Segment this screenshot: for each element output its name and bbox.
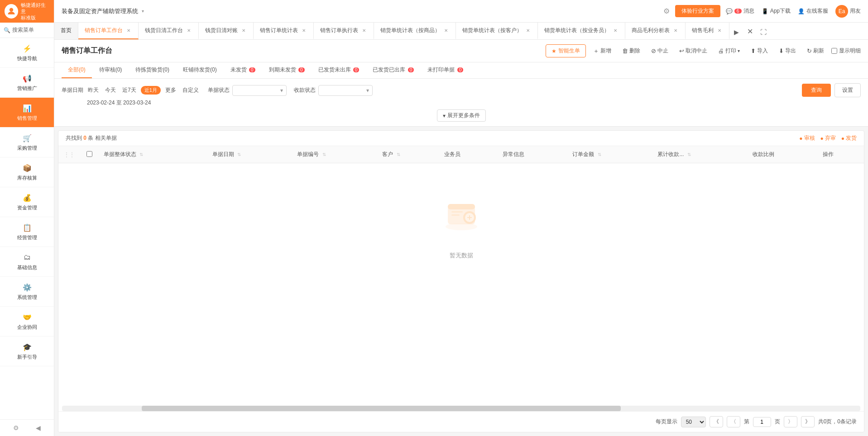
user-item[interactable]: Ea 用友 [835, 5, 861, 18]
subtab-all[interactable]: 全部(0) [62, 62, 92, 78]
page-input[interactable] [753, 417, 771, 427]
tab-more-button[interactable]: ▶ [729, 25, 743, 39]
shipped-out-badge: 0 [408, 67, 414, 72]
horizontal-scrollbar[interactable] [62, 406, 860, 411]
experience-btn[interactable]: 体验行业方案 [675, 5, 720, 17]
subtab-shipped-not-warehouse[interactable]: 已发货未出库 0 [312, 62, 366, 78]
tab-close-icon[interactable]: ✕ [125, 28, 132, 33]
sidebar-item-marketing[interactable]: 📢 营销推广 [0, 68, 54, 98]
select-all-checkbox[interactable] [86, 151, 92, 157]
tab-close-icon[interactable]: ✕ [186, 28, 192, 33]
sidebar-item-sales[interactable]: 📊 销售管理 [0, 98, 54, 128]
sort-icon[interactable]: ⇅ [322, 152, 326, 157]
per-page-select[interactable]: 50 20 100 [681, 417, 706, 427]
topbar-dropdown-icon[interactable]: ▾ [142, 9, 144, 14]
print-dropdown-icon[interactable]: ▾ [738, 48, 740, 53]
online-service-item[interactable]: 👤 在线客服 [798, 7, 828, 15]
sidebar-item-quick-nav[interactable]: ⚡ 快捷导航 [0, 38, 54, 68]
first-page-button[interactable]: 《 [710, 416, 723, 427]
sidebar-item-operation[interactable]: 📋 经营管理 [0, 217, 54, 247]
last-page-button[interactable]: 》 [801, 416, 815, 427]
tab-close-icon[interactable]: ✕ [443, 28, 449, 33]
tab-close-icon[interactable]: ✕ [301, 28, 307, 33]
sort-icon[interactable]: ⇅ [237, 152, 241, 157]
date-btn-7days[interactable]: 近7天 [120, 85, 138, 95]
next-page-button[interactable]: 〉 [784, 416, 797, 427]
tab-sales-stats[interactable]: 销售订单统计表 ✕ [254, 23, 314, 39]
tab-gross-profit[interactable]: 商品毛利分析表 ✕ [625, 23, 686, 39]
sidebar-bottom: ⚙ ◀ [0, 419, 54, 436]
tab-close-icon[interactable]: ✕ [672, 28, 679, 33]
settings-icon[interactable]: ⚙ [13, 424, 19, 431]
sidebar-item-system[interactable]: ⚙️ 系统管理 [0, 277, 54, 307]
date-btn-1month[interactable]: 近1月 [141, 86, 161, 95]
query-button[interactable]: 查询 [802, 84, 831, 97]
date-btn-more[interactable]: 更多 [163, 85, 178, 95]
show-detail-label[interactable]: 显示明细 [831, 47, 861, 55]
refresh-button[interactable]: ↻ 刷新 [803, 45, 828, 57]
tab-maximize-button[interactable]: ⛶ [757, 25, 770, 39]
th-checkbox[interactable] [80, 146, 98, 163]
message-item[interactable]: 💬 6 消息 [726, 7, 754, 15]
tab-close-icon[interactable]: ✕ [716, 28, 723, 33]
sort-icon[interactable]: ⇅ [687, 152, 691, 157]
sort-icon[interactable]: ⇅ [397, 152, 400, 157]
smart-generate-button[interactable]: ★ 智能生单 [546, 44, 586, 57]
subtab-not-shipped[interactable]: 未发货 0 [224, 62, 262, 78]
tab-sales-profit[interactable]: 销售毛利 ✕ [686, 23, 729, 39]
tab-close-all-button[interactable]: ✕ [743, 24, 757, 39]
sidebar-item-enterprise[interactable]: 🤝 企业协同 [0, 307, 54, 336]
print-button[interactable]: 🖨 打印 ▾ [715, 45, 743, 57]
ship-button[interactable]: ● 发货 [841, 134, 857, 142]
sidebar-item-guide[interactable]: 🎓 新手引导 [0, 336, 54, 366]
subtab-not-printed[interactable]: 未打印单据 0 [421, 62, 470, 78]
subtab-wangpu-pending[interactable]: 旺铺待发货(0) [177, 62, 223, 78]
show-detail-checkbox[interactable] [831, 48, 837, 54]
tab-sales-stats-customer[interactable]: 销货单统计表（按客户） ✕ [456, 23, 538, 39]
expand-filter-button[interactable]: ▾ 展开更多条件 [437, 109, 486, 122]
prev-page-button[interactable]: 〈 [727, 416, 740, 427]
tab-sales-stats-salesman[interactable]: 销货单统计表（按业务员） ✕ [538, 23, 625, 39]
status-select[interactable] [232, 85, 287, 96]
scrollbar-thumb[interactable] [142, 406, 621, 411]
tab-sales-exec[interactable]: 销售订单执行表 ✕ [314, 23, 374, 39]
tab-close-icon[interactable]: ✕ [525, 28, 531, 33]
subtab-pending-inspect[interactable]: 待拣货验货(0) [129, 62, 176, 78]
sort-icon[interactable]: ⇅ [598, 152, 601, 157]
subtab-overdue-not-shipped[interactable]: 到期未发货 0 [263, 62, 311, 78]
app-download-item[interactable]: 📱 App下载 [762, 7, 791, 15]
sidebar-item-basic[interactable]: 🗂 基础信息 [0, 247, 54, 277]
tab-close-icon[interactable]: ✕ [612, 28, 619, 33]
add-button[interactable]: ＋ 新增 [590, 45, 615, 57]
export-button[interactable]: ⬇ 导出 [775, 45, 800, 57]
date-btn-today[interactable]: 今天 [103, 85, 118, 95]
cancel-suspend-button[interactable]: ↩ 取消中止 [676, 45, 711, 57]
sidebar-item-inventory[interactable]: 📦 库存核算 [0, 157, 54, 187]
suspend-button[interactable]: ⊘ 中止 [647, 45, 672, 57]
sort-icon[interactable]: ⇅ [139, 152, 143, 157]
collapse-icon[interactable]: ◀ [36, 424, 41, 431]
tab-cash-daily[interactable]: 钱货日清工作台 ✕ [139, 23, 199, 39]
review-button[interactable]: ● 审核 [799, 134, 815, 142]
subtab-pending-review[interactable]: 待审核(0) [93, 62, 129, 78]
import-button[interactable]: ⬆ 导入 [747, 45, 772, 57]
message-badge: 6 [734, 9, 742, 14]
topbar-gear-icon[interactable]: ⚙ [663, 7, 670, 15]
tab-home[interactable]: 首页 [54, 23, 78, 39]
filter-settings-button[interactable]: 设置 [834, 83, 861, 97]
tab-close-icon[interactable]: ✕ [361, 28, 367, 33]
date-btn-custom[interactable]: 自定义 [181, 85, 201, 95]
tab-cash-reconcile[interactable]: 钱货日清对账 ✕ [199, 23, 254, 39]
date-btn-yesterday[interactable]: 昨天 [86, 85, 101, 95]
tab-close-icon[interactable]: ✕ [240, 28, 247, 33]
delete-button[interactable]: 🗑 删除 [619, 45, 644, 57]
payment-select[interactable] [318, 85, 373, 96]
sidebar-item-purchase[interactable]: 🛒 采购管理 [0, 128, 54, 157]
tab-sales-workbench[interactable]: 销售订单工作台 ✕ [78, 23, 139, 39]
sidebar-search[interactable]: 🔍 搜索菜单 [0, 23, 54, 38]
abandon-review-button[interactable]: ● 弃审 [820, 134, 836, 142]
subtab-shipped-out-warehouse[interactable]: 已发货已出库 0 [366, 62, 420, 78]
refresh-btn-label: 刷新 [813, 47, 824, 55]
tab-sales-stats-product[interactable]: 销货单统计表（按商品） ✕ [374, 23, 456, 39]
sidebar-item-finance[interactable]: 💰 资金管理 [0, 187, 54, 217]
